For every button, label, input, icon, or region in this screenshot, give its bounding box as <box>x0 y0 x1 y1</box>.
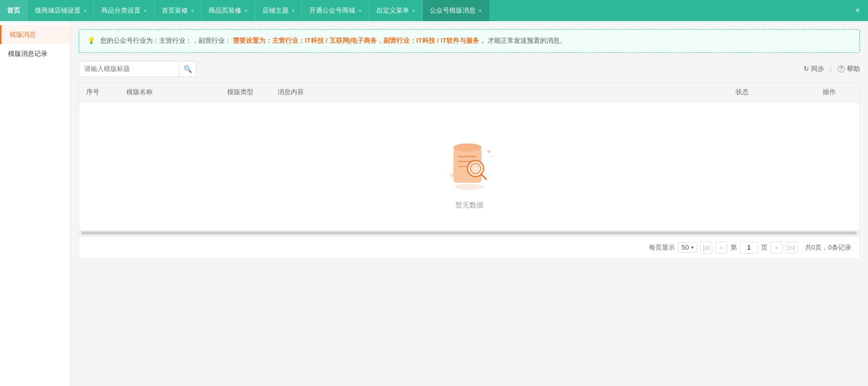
notice-box: 💡 您的公众号行业为：主营行业：，副营行业： 需要设置为：主营行业：IT科技 /… <box>79 29 860 53</box>
nav-tab-category[interactable]: 商品分类设置 × <box>94 0 154 21</box>
nav-tab-productpage[interactable]: 商品页装修 × <box>202 0 255 21</box>
nav-tab-custommenu-label: 自定义菜单 <box>376 6 409 15</box>
nav-tab-openstore-close[interactable]: × <box>358 8 361 14</box>
table-header: 序号 模版名称 模版类型 消息内容 状态 操作 <box>79 83 859 102</box>
help-icon: ? <box>838 65 845 72</box>
search-bar: 🔍 ↻ 同步 | ? 帮助 <box>79 61 860 77</box>
sidebar: 模版消息 模版消息记录 <box>0 21 71 386</box>
nav-tab-category-label: 商品分类设置 <box>101 6 141 15</box>
nav-tab-theme-label: 店铺主题 <box>262 6 289 15</box>
next-page-button[interactable]: › <box>771 242 783 254</box>
page-size-label: 每页显示 <box>649 243 675 252</box>
last-page-icon: ▷| <box>788 244 794 251</box>
col-header-name: 模版名称 <box>119 83 220 102</box>
col-header-no: 序号 <box>79 83 119 102</box>
notice-bulb-icon: 💡 <box>87 37 95 44</box>
nav-tab-productpage-label: 商品页装修 <box>209 6 241 15</box>
sidebar-item-template-log[interactable]: 模版消息记录 <box>0 44 70 63</box>
first-page-button[interactable]: |◁ <box>700 242 712 254</box>
search-icon: 🔍 <box>183 65 192 73</box>
nav-tab-templatemsg-close[interactable]: × <box>479 8 482 14</box>
nav-tab-homepage[interactable]: 首页装修 × <box>155 0 202 21</box>
page-suf-label: 页 <box>761 243 768 252</box>
help-label: 帮助 <box>847 64 860 73</box>
col-header-action: 操作 <box>799 83 859 102</box>
sync-label: 同步 <box>811 64 824 73</box>
page-size-dropdown-icon: ▾ <box>691 245 694 250</box>
notice-prefix: 您的公众号行业为：主营行业：，副营行业： <box>100 37 231 44</box>
svg-point-9 <box>487 150 490 153</box>
nav-tab-homepage-label: 首页装修 <box>162 6 188 15</box>
nav-tab-templatemsg-label: 公众号模版消息 <box>430 6 476 15</box>
svg-point-11 <box>450 173 454 177</box>
content-area: 💡 您的公众号行业为：主营行业：，副营行业： 需要设置为：主营行业：IT科技 /… <box>71 21 868 386</box>
nav-tab-weshop[interactable]: 微商城店铺设置 × <box>28 0 94 21</box>
nav-tab-openstore[interactable]: 开通公众号商城 × <box>302 0 369 21</box>
page-size-value: 50 <box>682 244 689 251</box>
nav-tab-weshop-close[interactable]: × <box>84 8 87 14</box>
page-pre-label: 第 <box>730 243 737 252</box>
nav-tab-weshop-label: 微商城店铺设置 <box>35 6 81 15</box>
sidebar-item-template-log-label: 模版消息记录 <box>8 50 47 57</box>
nav-tab-category-close[interactable]: × <box>144 8 147 14</box>
data-table: 序号 模版名称 模版类型 消息内容 状态 操作 <box>79 82 860 259</box>
nav-tab-home[interactable]: 首页 <box>0 0 28 21</box>
nav-tab-homepage-close[interactable]: × <box>191 8 194 14</box>
nav-tab-templatemsg[interactable]: 公众号模版消息 × <box>423 0 489 21</box>
svg-point-0 <box>454 184 485 190</box>
toolbar-right: ↻ 同步 | ? 帮助 <box>804 64 860 73</box>
main-layout: 模版消息 模版消息记录 💡 您的公众号行业为：主营行业：，副营行业： 需要设置为… <box>0 21 868 386</box>
sync-button[interactable]: ↻ 同步 <box>804 64 824 73</box>
sync-icon: ↻ <box>804 65 809 72</box>
nav-tab-theme-close[interactable]: × <box>292 8 295 14</box>
empty-illustration <box>439 132 500 193</box>
first-page-icon: |◁ <box>703 244 709 251</box>
notice-highlight: 需要设置为：主营行业：IT科技 / 互联网|电子商务，副营行业：IT科技 / I… <box>233 37 486 44</box>
col-header-content: 消息内容 <box>271 83 728 102</box>
top-nav: 首页 微商城店铺设置 × 商品分类设置 × 首页装修 × 商品页装修 × 店铺主… <box>0 0 868 21</box>
last-page-button[interactable]: ▷| <box>786 242 798 254</box>
close-all-icon: × <box>855 6 860 15</box>
next-page-icon: › <box>776 244 778 251</box>
svg-point-10 <box>491 156 493 158</box>
search-button[interactable]: 🔍 <box>179 61 196 77</box>
pagination: 每页显示 50 ▾ |◁ ‹ 第 页 › ▷| <box>79 236 859 259</box>
sidebar-item-template-msg-label: 模版消息 <box>10 31 36 38</box>
sidebar-item-template-msg[interactable]: 模版消息 <box>0 25 70 44</box>
nav-tab-custommenu-close[interactable]: × <box>412 8 415 14</box>
svg-line-8 <box>481 174 486 179</box>
nav-tab-productpage-close[interactable]: × <box>244 8 247 14</box>
scrollbar-thumb[interactable] <box>82 231 857 235</box>
page-number-input[interactable] <box>740 242 758 254</box>
notice-suffix: 才能正常发送预置的消息。 <box>488 37 566 44</box>
nav-close-all-button[interactable]: × <box>847 0 868 21</box>
svg-point-2 <box>453 143 482 151</box>
toolbar-divider: | <box>830 65 832 72</box>
search-input[interactable] <box>79 61 179 77</box>
nav-tab-home-label: 首页 <box>7 6 20 15</box>
nav-tab-openstore-label: 开通公众号商城 <box>309 6 355 15</box>
empty-state: 暂无数据 <box>79 102 859 230</box>
empty-text-label: 暂无数据 <box>455 201 484 210</box>
horizontal-scrollbar[interactable] <box>79 230 859 236</box>
col-header-type: 模版类型 <box>220 83 271 102</box>
page-size-select[interactable]: 50 ▾ <box>678 242 697 253</box>
nav-tab-theme[interactable]: 店铺主题 × <box>255 0 302 21</box>
col-header-status: 状态 <box>728 83 799 102</box>
nav-tab-custommenu[interactable]: 自定义菜单 × <box>369 0 423 21</box>
prev-page-button[interactable]: ‹ <box>715 242 727 254</box>
prev-page-icon: ‹ <box>720 244 722 251</box>
total-record-text: 共0页，0条记录 <box>805 243 851 252</box>
help-button[interactable]: ? 帮助 <box>838 64 860 73</box>
